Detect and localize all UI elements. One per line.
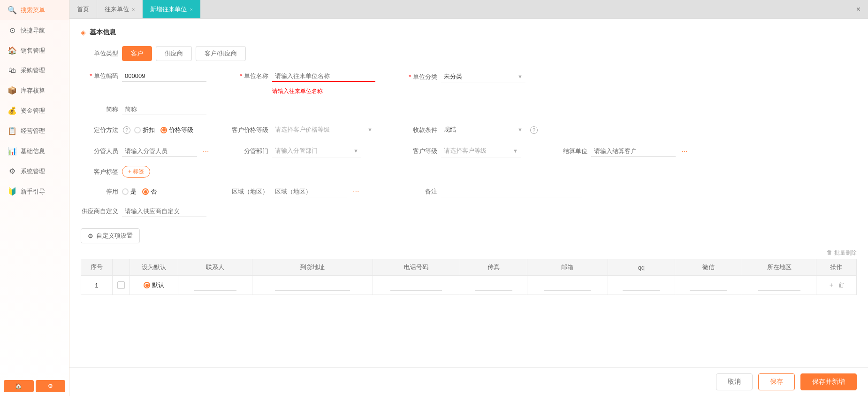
wechat-input[interactable] [690, 280, 727, 291]
cell-region[interactable] [742, 276, 816, 295]
type-btn-customer[interactable]: 客户 [122, 46, 152, 61]
type-btn-supplier[interactable]: 供应商 [156, 46, 192, 61]
disabled-radio-group: 是 否 [122, 187, 157, 196]
unit-category-select[interactable]: 未分类 ▼ [441, 70, 525, 83]
operations-icon: 📋 [8, 126, 17, 135]
settlement-more-btn[interactable]: ··· [681, 147, 687, 155]
email-input[interactable] [544, 280, 591, 291]
main: 首页 往来单位 × 新增往来单位 × × ◈ 基本信息 单位类型 [69, 0, 868, 396]
sidebar-footer-home[interactable]: 🏠 [4, 380, 34, 392]
tab-new-partner[interactable]: 新增往来单位 × [143, 0, 200, 18]
unit-code-input[interactable] [122, 70, 206, 82]
tag-row: 客户标签 + 标签 [81, 166, 857, 178]
pricing-option-discount[interactable]: 折扣 [134, 126, 155, 134]
default-radio-item[interactable]: 默认 [135, 281, 174, 289]
tab-new-partner-close[interactable]: × [190, 7, 192, 12]
disabled-label: 停用 [81, 187, 118, 196]
cell-email[interactable] [527, 276, 608, 295]
customer-tag-field: 客户标签 + 标签 [81, 166, 150, 178]
sidebar-item-inventory[interactable]: 📦 库存核算 [0, 80, 69, 101]
tab-partners-close[interactable]: × [132, 7, 135, 12]
cell-contact[interactable] [178, 276, 252, 295]
region-input[interactable] [272, 186, 347, 197]
tab-spacer [201, 0, 849, 18]
unit-name-input[interactable] [272, 70, 375, 82]
disabled-option-yes[interactable]: 是 [122, 187, 137, 196]
supplier-custom-input[interactable] [122, 206, 206, 217]
unit-code-field: 单位编码 [81, 70, 212, 82]
address-input[interactable] [275, 280, 350, 291]
sidebar-item-guide[interactable]: 🔰 新手引导 [0, 181, 69, 202]
customer-price-label: 客户价格等级 [231, 126, 268, 134]
manager-input[interactable] [122, 146, 197, 157]
cell-fax[interactable] [460, 276, 527, 295]
manager-more-btn[interactable]: ··· [203, 147, 209, 155]
form-footer: 取消 保存 保存并新增 [69, 367, 868, 396]
region-table-input[interactable] [758, 280, 800, 291]
add-tag-button[interactable]: + 标签 [122, 166, 150, 178]
sidebar-item-purchase[interactable]: 🛍 采购管理 [0, 61, 69, 80]
fax-input[interactable] [475, 280, 512, 291]
sidebar-item-sales[interactable]: 🏠 销售管理 [0, 40, 69, 61]
add-row-icon[interactable]: ＋ [828, 281, 835, 288]
save-button[interactable]: 保存 [758, 373, 795, 390]
pricing-option-price-level[interactable]: 价格等级 [160, 126, 193, 134]
payment-terms-info-icon[interactable]: ? [530, 126, 538, 134]
cell-checkbox[interactable] [112, 276, 129, 295]
pricing-radio-price-level [160, 127, 167, 133]
unit-category-field: 单位分类 未分类 ▼ [400, 70, 531, 83]
settlement-field: 结算单位 ··· [550, 146, 687, 157]
contact-input[interactable] [194, 280, 236, 291]
batch-delete-section: 🗑 批量删除 [81, 249, 857, 257]
form-content: ◈ 基本信息 单位类型 客户 供应商 客户/供应商 单位编码 [69, 19, 868, 367]
remark-input[interactable] [441, 186, 582, 197]
pricing-info-icon[interactable]: ? [123, 126, 130, 134]
cell-address[interactable] [252, 276, 373, 295]
sidebar-item-basic-info[interactable]: 📊 基础信息 [0, 141, 69, 161]
sidebar-item-operations[interactable]: 📋 经营管理 [0, 121, 69, 141]
region-more-btn[interactable]: ··· [353, 187, 359, 196]
unit-name-field: 单位名称 请输入往来单位名称 [231, 70, 381, 95]
phone-input[interactable] [390, 280, 442, 291]
delete-row-icon[interactable]: 🗑 [838, 281, 845, 288]
type-btn-both[interactable]: 客户/供应商 [196, 46, 246, 61]
short-name-row: 简称 [81, 104, 857, 115]
batch-delete-label[interactable]: 批量删除 [834, 249, 857, 257]
sidebar-item-finance[interactable]: 💰 资金管理 [0, 101, 69, 121]
save-new-button[interactable]: 保存并新增 [800, 373, 857, 390]
section-header: ◈ 基本信息 [81, 28, 857, 37]
payment-terms-field: 收款条件 现结 ▼ ? [400, 124, 538, 136]
tab-home[interactable]: 首页 [69, 0, 97, 18]
dept-field: 分管部门 请输入分管部门 ▼ [231, 145, 381, 157]
pricing-method-label: 定价方法 [81, 126, 118, 134]
cell-phone[interactable] [373, 276, 460, 295]
cell-wechat[interactable] [675, 276, 742, 295]
payment-terms-select[interactable]: 现结 ▼ [441, 124, 525, 136]
sidebar-item-quick-nav[interactable]: ⊙ 快捷导航 [0, 20, 69, 40]
customer-price-select[interactable]: 请选择客户价格等级 ▼ [272, 124, 375, 136]
col-region: 所在地区 [742, 259, 816, 276]
gear-icon: ⚙ [88, 233, 93, 240]
custom-settings-section: ⚙ 自定义项设置 [81, 228, 857, 249]
sidebar-footer-settings[interactable]: ⚙ [36, 380, 66, 392]
disabled-option-no[interactable]: 否 [142, 187, 157, 196]
dept-select[interactable]: 请输入分管部门 ▼ [272, 145, 361, 157]
cancel-button[interactable]: 取消 [716, 373, 753, 390]
unit-category-arrow: ▼ [518, 74, 523, 79]
sales-icon: 🏠 [8, 46, 17, 55]
custom-settings-button[interactable]: ⚙ 自定义项设置 [81, 228, 140, 243]
default-radio [144, 282, 150, 288]
settlement-input[interactable] [591, 146, 676, 157]
short-name-input[interactable] [122, 104, 206, 115]
sidebar-item-system[interactable]: ⚙ 系统管理 [0, 161, 69, 181]
tab-partners[interactable]: 往来单位 × [97, 0, 143, 18]
qq-input[interactable] [623, 280, 660, 291]
inventory-icon: 📦 [8, 86, 17, 95]
customer-level-select[interactable]: 请选择客户等级 ▼ [441, 145, 521, 157]
cell-qq[interactable] [608, 276, 675, 295]
col-default: 设为默认 [129, 259, 178, 276]
pricing-radio-group: 折扣 价格等级 [134, 126, 193, 134]
row-checkbox[interactable] [117, 281, 125, 289]
window-close-button[interactable]: × [849, 0, 868, 18]
sidebar-item-search[interactable]: 🔍 搜索菜单 [0, 0, 69, 20]
